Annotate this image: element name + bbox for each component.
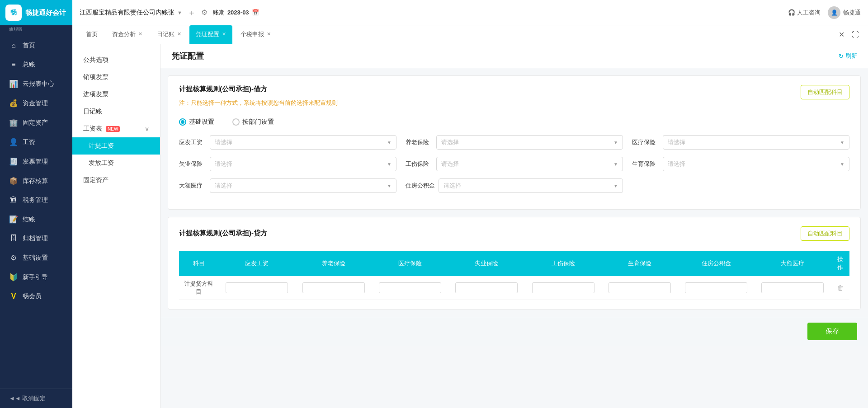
menu-item-pay-salary[interactable]: 发放工资 xyxy=(72,155,160,172)
cell-applicable-salary[interactable] xyxy=(219,276,295,300)
tab-diary-close[interactable]: ✕ xyxy=(177,31,181,37)
cell-large-medical[interactable] xyxy=(755,276,831,300)
input-unemployment[interactable] xyxy=(455,282,518,293)
menu-item-salary-table-label: 工资表 xyxy=(83,125,102,133)
field-maternity: 生育保险 请选择 ▼ xyxy=(632,157,849,171)
cell-housing-fund[interactable] xyxy=(678,276,755,300)
delete-row-button[interactable]: 🗑 xyxy=(837,284,844,291)
field-large-medical: 大额医疗 请选择 ▼ xyxy=(179,178,396,193)
unemployment-select[interactable]: 请选择 ▼ xyxy=(210,157,396,171)
radio-basic[interactable]: 基础设置 xyxy=(179,118,214,126)
sidebar-item-closing[interactable]: 📝 结账 xyxy=(0,210,72,229)
large-medical-select[interactable]: 请选择 ▼ xyxy=(210,178,396,193)
cell-medical[interactable] xyxy=(372,276,448,300)
medical-select[interactable]: 请选择 ▼ xyxy=(663,135,849,150)
tax-icon: 🏛 xyxy=(9,196,18,204)
input-large-medical[interactable] xyxy=(761,282,824,293)
main-area: 江西服宝精品有限责任公司内账张 ▼ ＋ ⚙ 账期 2023-03 📅 🎧 人工咨… xyxy=(72,0,868,408)
menu-item-diary[interactable]: 日记账 xyxy=(72,103,160,120)
menu-item-salary-table[interactable]: 工资表 NEW ∨ xyxy=(72,120,160,137)
ledger-icon: ≡ xyxy=(9,61,18,69)
debit-section-title: 计提核算规则(公司承担)-借方 xyxy=(179,85,338,94)
cell-maternity[interactable] xyxy=(601,276,678,300)
topbar-right: 🎧 人工咨询 👤 畅捷通 xyxy=(788,6,861,19)
reports-icon: 📊 xyxy=(9,80,18,88)
input-medical[interactable] xyxy=(379,282,441,293)
sidebar-item-capital[interactable]: 💰 资金管理 xyxy=(0,94,72,113)
menu-item-fixed-assets[interactable]: 固定资产 xyxy=(72,172,160,189)
app-edition: 旗舰版 xyxy=(0,25,72,36)
sidebar-item-inventory[interactable]: 📦 库存核算 xyxy=(0,171,72,191)
sidebar-item-ledger[interactable]: ≡ 总账 xyxy=(0,55,72,74)
select-placeholder: 请选择 xyxy=(215,182,232,190)
tab-capital-close[interactable]: ✕ xyxy=(138,31,142,37)
sidebar: 畅 畅捷通好会计 旗舰版 ⌂ 首页 ≡ 总账 📊 云报表中心 💰 资金管理 🏢 … xyxy=(0,0,72,408)
service-button[interactable]: 🎧 人工咨询 xyxy=(788,9,821,17)
col-housing-fund: 住房公积金 xyxy=(678,251,755,276)
radio-department[interactable]: 按部门设置 xyxy=(232,118,274,126)
sidebar-item-invoice[interactable]: 🧾 发票管理 xyxy=(0,152,72,171)
menu-item-sales[interactable]: 销项发票 xyxy=(72,69,160,86)
menu-item-purchase-label: 进项发票 xyxy=(83,90,108,98)
sidebar-item-archive[interactable]: 🗄 归档管理 xyxy=(0,229,72,248)
sidebar-item-guide[interactable]: 🔰 新手引导 xyxy=(0,267,72,287)
tab-diary[interactable]: 日记账 ✕ xyxy=(151,25,188,44)
user-menu[interactable]: 👤 畅捷通 xyxy=(828,6,861,19)
expand-tab-button[interactable]: ⛶ xyxy=(850,28,861,41)
input-housing-fund[interactable] xyxy=(685,282,747,293)
tab-home[interactable]: 首页 xyxy=(80,25,104,44)
menu-item-purchase[interactable]: 进项发票 xyxy=(72,86,160,103)
tab-tax[interactable]: 个税申报 ✕ xyxy=(234,25,277,44)
input-work-injury[interactable] xyxy=(532,282,594,293)
tab-voucher[interactable]: 凭证配置 ✕ xyxy=(189,25,232,44)
field-work-injury: 工伤保险 请选择 ▼ xyxy=(406,157,623,171)
cell-work-injury[interactable] xyxy=(525,276,601,300)
housing-fund-select[interactable]: 请选择 ▼ xyxy=(439,178,623,193)
field-applicable-salary: 应发工资 请选择 ▼ xyxy=(179,135,396,150)
menu-item-public-label: 公共选项 xyxy=(83,56,108,64)
applicable-salary-select[interactable]: 请选择 ▼ xyxy=(210,135,396,150)
refresh-label: 刷新 xyxy=(845,52,857,60)
sidebar-item-salary[interactable]: 👤 工资 xyxy=(0,132,72,152)
cell-unemployment[interactable] xyxy=(448,276,525,300)
input-maternity[interactable] xyxy=(609,282,671,293)
company-selector[interactable]: 江西服宝精品有限责任公司内账张 ▼ xyxy=(80,9,182,17)
sidebar-item-assets[interactable]: 🏢 固定资产 xyxy=(0,113,72,132)
refresh-button[interactable]: ↻ 刷新 xyxy=(839,52,857,60)
debit-fields-grid: 应发工资 请选择 ▼ 养老保险 请选择 ▼ 医疗 xyxy=(179,135,849,193)
col-pension: 养老保险 xyxy=(295,251,372,276)
maternity-select[interactable]: 请选择 ▼ xyxy=(663,157,849,171)
menu-item-public[interactable]: 公共选项 xyxy=(72,52,160,69)
input-pension[interactable] xyxy=(302,282,365,293)
pension-select[interactable]: 请选择 ▼ xyxy=(436,135,623,150)
tab-tax-close[interactable]: ✕ xyxy=(267,31,271,37)
cancel-fixed-button[interactable]: ◄◄ 取消固定 xyxy=(0,389,72,408)
sidebar-item-label: 首页 xyxy=(23,42,35,50)
settings-button[interactable]: ⚙ xyxy=(201,8,208,17)
sidebar-item-member[interactable]: V 畅会员 xyxy=(0,287,72,306)
tab-voucher-close[interactable]: ✕ xyxy=(222,31,226,37)
select-arrow: ▼ xyxy=(840,162,844,167)
add-account-button[interactable]: ＋ xyxy=(188,7,196,18)
credit-auto-match-button[interactable]: 自动匹配科目 xyxy=(801,226,849,241)
tab-home-label: 首页 xyxy=(86,30,98,38)
sidebar-item-settings[interactable]: ⚙ 基础设置 xyxy=(0,248,72,267)
sidebar-item-home[interactable]: ⌂ 首页 xyxy=(0,36,72,55)
inventory-icon: 📦 xyxy=(9,177,18,185)
tab-capital[interactable]: 资金分析 ✕ xyxy=(106,25,149,44)
work-injury-select[interactable]: 请选择 ▼ xyxy=(436,157,623,171)
debit-auto-match-button[interactable]: 自动匹配科目 xyxy=(801,85,849,99)
save-button[interactable]: 保存 xyxy=(807,323,857,340)
cell-pension[interactable] xyxy=(295,276,372,300)
input-applicable-salary[interactable] xyxy=(226,282,288,293)
select-placeholder: 请选择 xyxy=(443,182,461,190)
app-logo-icon: 畅 xyxy=(5,5,22,21)
sidebar-item-reports[interactable]: 📊 云报表中心 xyxy=(0,74,72,94)
close-tab-button[interactable]: ✕ xyxy=(837,28,846,41)
radio-basic-label: 基础设置 xyxy=(189,118,214,126)
menu-item-calc-salary[interactable]: 计提工资 xyxy=(72,137,160,155)
calendar-icon[interactable]: 📅 xyxy=(252,9,259,16)
sidebar-item-tax[interactable]: 🏛 税务管理 xyxy=(0,191,72,210)
col-work-injury: 工伤保险 xyxy=(525,251,601,276)
table-row: 计提贷方科目 🗑 xyxy=(179,276,849,300)
